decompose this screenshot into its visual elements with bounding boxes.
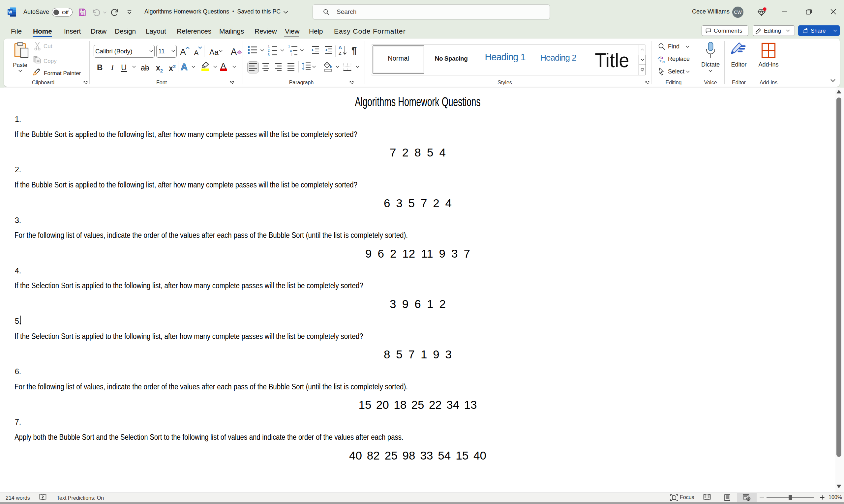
svg-text:W: W <box>8 10 12 15</box>
svg-text:a: a <box>290 49 292 52</box>
svg-text:Z: Z <box>339 51 342 56</box>
svg-text:A: A <box>339 45 342 50</box>
svg-text:1: 1 <box>268 44 270 48</box>
svg-text:i: i <box>291 53 292 57</box>
svg-text:2: 2 <box>268 49 270 52</box>
svg-text:1: 1 <box>288 44 290 48</box>
svg-text:c: c <box>662 59 665 64</box>
svg-text:3: 3 <box>268 53 270 57</box>
